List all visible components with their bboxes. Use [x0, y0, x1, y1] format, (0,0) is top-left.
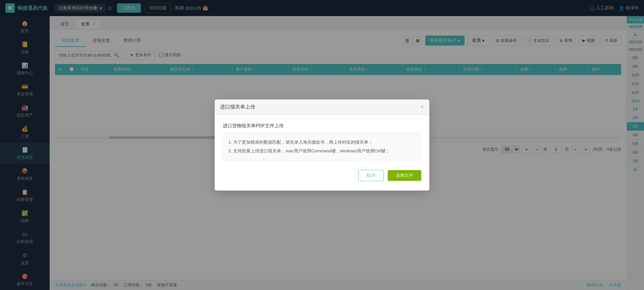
dialog-info-item-2: 2. 支持批量上传进口报关单，mac用户使用Command键，windows用户… [228, 147, 416, 155]
import-customs-dialog: 进口报关单上传 × 进口货物报关单PDF文件上传 1. 为了更加精准的数据匹配，… [215, 99, 429, 191]
dialog-header: 进口报关单上传 × [215, 99, 429, 115]
dialog-title: 进口报关单上传 [220, 104, 255, 110]
dialog-cancel-button[interactable]: 取消 [358, 170, 384, 181]
dialog-info-box: 1. 为了更加精准的数据匹配，请先录入海关缴款书，再上传对应的报关单； 2. 支… [223, 133, 421, 160]
dialog-body: 进口货物报关单PDF文件上传 1. 为了更加精准的数据匹配，请先录入海关缴款书，… [215, 115, 429, 191]
dialog-info-item-1: 1. 为了更加精准的数据匹配，请先录入海关缴款书，再上传对应的报关单； [228, 138, 416, 147]
dialog-overlay: 进口报关单上传 × 进口货物报关单PDF文件上传 1. 为了更加精准的数据匹配，… [0, 0, 644, 290]
dialog-close-button[interactable]: × [420, 103, 424, 111]
dialog-footer: 取消 选择文件 [223, 167, 421, 183]
dialog-section-title: 进口货物报关单PDF文件上传 [223, 123, 421, 129]
dialog-select-file-button[interactable]: 选择文件 [388, 170, 421, 181]
